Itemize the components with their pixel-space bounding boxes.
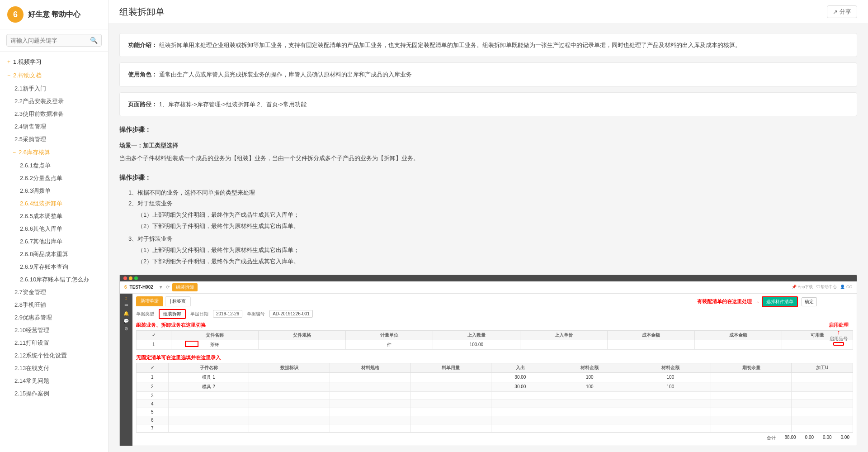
ops-steps-title: 操作步骤： bbox=[119, 171, 857, 184]
logo-text: 好生意 帮助中心 bbox=[28, 10, 80, 19]
sidebar-item-s21[interactable]: 2.1新手入门 bbox=[0, 82, 108, 95]
lower-row-4: 4 bbox=[137, 400, 853, 408]
upper-col-cost1: 成本金额 bbox=[608, 330, 695, 340]
scr-dropdown-arrow: ▼ bbox=[159, 285, 163, 290]
share-icon: ↗ bbox=[833, 9, 838, 15]
annotation2-text: 组装业务、拆卸业务在这里切换 bbox=[136, 322, 206, 328]
lower-col-usage: 料单用量 bbox=[410, 363, 491, 372]
main-area: 组装拆卸单 ↗ 分享 功能介绍： 组装拆卸单用来处理企业组装或拆卸等加工业务，支… bbox=[108, 0, 868, 452]
sidebar: 6 好生意 帮助中心 🔍 + 1.视频学习 − 2.帮助文档 2.1新手入门 2… bbox=[0, 0, 108, 452]
sidebar-item-s212[interactable]: 2.12系统个性化设置 bbox=[0, 349, 108, 362]
lower-col-mat1: 材料金额 bbox=[549, 363, 630, 372]
scr-type-select[interactable]: 组装拆卸 bbox=[159, 309, 186, 319]
scr-logo-icon: 6 bbox=[124, 285, 127, 290]
scr-form-area: 新增单据 | 标签页 单据类型 组装拆卸 单据日期 2019-12-26 单据编… bbox=[132, 294, 857, 446]
scr-process-btn[interactable]: 选择料件清单 bbox=[762, 296, 798, 307]
sidebar-item-s265[interactable]: 2.6.5成本调整单 bbox=[0, 210, 108, 223]
upper-col-name: 父件名称 bbox=[171, 330, 258, 340]
upper-cell-spec bbox=[258, 340, 345, 349]
lower-col-mat2: 材料金额 bbox=[630, 363, 711, 372]
annotation1-arrow: → bbox=[754, 298, 760, 305]
scr-left-icons: ⌂ ☰ 🔔 💬 ⚙ bbox=[120, 294, 132, 446]
scr-nav-bar: 6 TEST-H002 ▼ ⟳ 组装拆卸 📌 App下载 🛡帮助中心 👤 CC bbox=[120, 281, 857, 294]
sidebar-item-s267[interactable]: 2.6.7其他出库单 bbox=[0, 235, 108, 248]
page-header: 组装拆卸单 ↗ 分享 bbox=[108, 0, 868, 24]
step3-1: （1）上部明细为父件明细，最终作为原材料生成其它出库单； bbox=[119, 245, 857, 256]
lower-row-5: 5 bbox=[137, 408, 853, 416]
upper-col-qty: 上入数量 bbox=[433, 330, 520, 340]
sidebar-item-s268[interactable]: 2.6.8商品成本重算 bbox=[0, 248, 108, 261]
sidebar-item-s27[interactable]: 2.7资金管理 bbox=[0, 286, 108, 299]
path-label: 页面路径： bbox=[128, 101, 157, 108]
scr-tab-new[interactable]: 新增单据 bbox=[136, 296, 163, 306]
sidebar-item-s214[interactable]: 2.14常见问题 bbox=[0, 375, 108, 387]
scr-confirm-btn[interactable]: 确定 bbox=[802, 297, 817, 306]
scr-home-icon: ⌂ bbox=[125, 295, 127, 300]
sidebar-item-s213[interactable]: 2.13在线支付 bbox=[0, 362, 108, 375]
scr-date-value[interactable]: 2019-12-26 bbox=[213, 310, 242, 318]
role-text: 通常由生产人员或库管人员完成拆装业务的操作，库管人员确认原材料的出库和产成品的入… bbox=[159, 71, 412, 78]
scr-chat-icon: 💬 bbox=[123, 319, 129, 324]
total-v2: 0.00 bbox=[805, 435, 814, 441]
role-block: 使用角色： 通常由生产人员或库管人员完成拆装业务的操作，库管人员确认原材料的出库… bbox=[119, 62, 857, 86]
search-box[interactable]: 🔍 bbox=[6, 34, 102, 47]
minimize-dot bbox=[129, 276, 132, 280]
ops-label: 操作步骤： bbox=[119, 124, 857, 136]
lower-row-7: 7 bbox=[137, 424, 853, 432]
sidebar-item-s24[interactable]: 2.4销售管理 bbox=[0, 120, 108, 133]
sidebar-item-help-docs[interactable]: − 2.帮助文档 bbox=[0, 69, 108, 82]
total-v3: 0.00 bbox=[823, 435, 831, 441]
sidebar-item-s261[interactable]: 2.6.1盘点单 bbox=[0, 159, 108, 172]
scr-company: TEST-H002 bbox=[130, 285, 153, 290]
step1: 1、根据不同的业务，选择不同单据的类型来处理 bbox=[119, 187, 857, 199]
scenario1-title: 场景一：加工类型选择 bbox=[119, 140, 857, 152]
total-label: 合计 bbox=[767, 435, 776, 441]
share-button[interactable]: ↗ 分享 bbox=[827, 5, 857, 18]
sidebar-item-s28[interactable]: 2.8手机旺辅 bbox=[0, 299, 108, 311]
sidebar-item-s269[interactable]: 2.6.9库存账本查询 bbox=[0, 261, 108, 273]
sidebar-item-s210[interactable]: 2.10经营管理 bbox=[0, 324, 108, 337]
sidebar-item-s263[interactable]: 2.6.3调拨单 bbox=[0, 185, 108, 197]
upper-col-price: 上入单价 bbox=[520, 330, 607, 340]
sidebar-item-s262[interactable]: 2.6.2分量盘点单 bbox=[0, 172, 108, 185]
content-area: 功能介绍： 组装拆卸单用来处理企业组装或拆卸等加工业务，支持有固定装配清单的产品… bbox=[108, 24, 868, 452]
annotation1-container: 有装配清单的在这里处理 → 选择料件清单 确定 bbox=[697, 296, 817, 307]
step2-1: （1）上部明细为父件明细，最终作为产成品生成其它入库单； bbox=[119, 209, 857, 221]
scr-no-label: 单据编号 bbox=[247, 311, 265, 317]
sidebar-item-s29[interactable]: 2.9优惠券管理 bbox=[0, 311, 108, 324]
upper-table: ✓ 父件名称 父件规格 计量单位 上入数量 上入单价 成本金额 成本金额 可用量 bbox=[136, 330, 853, 350]
scr-forward-btn[interactable]: 组装拆卸 bbox=[172, 283, 198, 291]
step2-2: （2）下部明细为子件明细，最终作为原材料生成其它出库单。 bbox=[119, 221, 857, 232]
scr-no-value[interactable]: AD-20191226-001 bbox=[269, 310, 313, 318]
sidebar-item-s22[interactable]: 2.2产品安装及登录 bbox=[0, 95, 108, 108]
upper-col-cost2: 成本金额 bbox=[695, 330, 782, 340]
sidebar-item-s266[interactable]: 2.6.6其他入库单 bbox=[0, 223, 108, 235]
sidebar-item-s25[interactable]: 2.5采购管理 bbox=[0, 133, 108, 146]
upper-name-red-box bbox=[185, 341, 198, 347]
sidebar-item-s23[interactable]: 2.3使用前数据准备 bbox=[0, 108, 108, 120]
scr-titlebar bbox=[120, 275, 857, 281]
nav-tree: + 1.视频学习 − 2.帮助文档 2.1新手入门 2.2产品安装及登录 2.3… bbox=[0, 52, 108, 452]
intro-label: 功能介绍： bbox=[128, 42, 157, 48]
scr-enable-label: 启用品号 bbox=[830, 336, 848, 342]
search-icon[interactable]: 🔍 bbox=[90, 37, 98, 44]
search-input[interactable] bbox=[10, 37, 90, 44]
total-v4: 0.00 bbox=[841, 435, 849, 441]
sidebar-item-s211[interactable]: 2.11打印设置 bbox=[0, 337, 108, 349]
sidebar-item-s26[interactable]: − 2.6库存核算 bbox=[0, 146, 108, 159]
upper-row-1: 1 茶杯 件 100.00 bbox=[137, 340, 853, 349]
sidebar-item-s215[interactable]: 2.15操作案例 bbox=[0, 387, 108, 400]
sidebar-item-s264[interactable]: 2.6.4组装拆卸单 bbox=[0, 197, 108, 210]
scr-date-label: 单据日期 bbox=[190, 311, 208, 317]
step3: 3、对于拆装业务 bbox=[119, 233, 857, 245]
lower-col-io: 入出 bbox=[491, 363, 549, 372]
intro-block: 功能介绍： 组装拆卸单用来处理企业组装或拆卸等加工业务，支持有固定装配清单的产品… bbox=[119, 33, 857, 57]
sidebar-item-s2610[interactable]: 2.6.10库存账本错了怎么办 bbox=[0, 273, 108, 286]
step3-2: （2）下部明细为子件明细，最终作为产成品生成其它入库单。 bbox=[119, 256, 857, 267]
scr-list-icon: ☰ bbox=[124, 303, 128, 308]
sidebar-item-video[interactable]: + 1.视频学习 bbox=[0, 55, 108, 69]
lower-col-proc: 加工U bbox=[792, 363, 853, 372]
scr-tab-list[interactable]: | 标签页 bbox=[165, 296, 191, 306]
scr-enable-input[interactable] bbox=[833, 342, 844, 346]
step2: 2、对于组装业务 bbox=[119, 198, 857, 209]
